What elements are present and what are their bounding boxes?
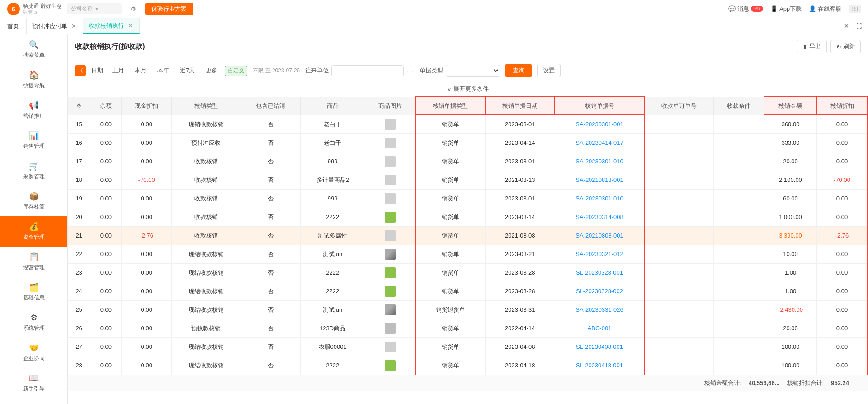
cell-cancel-bill-type: 销货单: [415, 152, 485, 171]
settings-button[interactable]: 设置: [537, 64, 561, 77]
single-type-label: 单据类型: [420, 67, 443, 75]
cell-cancel-bill-date: 2023-03-28: [485, 282, 555, 300]
bill-no-link[interactable]: SA-20230301-010: [576, 195, 623, 202]
bill-no-link[interactable]: SA-20230301-010: [576, 158, 623, 165]
table-row: 22 0.00 0.00 现结收款核销 否 测试jun 销货单 2023-03-…: [68, 245, 868, 263]
settings-icon[interactable]: ⚙: [127, 3, 140, 15]
cell-receipt-order: [644, 189, 713, 208]
bill-no-link[interactable]: ABC-001: [588, 325, 612, 332]
date-more[interactable]: 更多: [202, 66, 221, 76]
cell-cancel-amount: 20.00: [764, 152, 816, 171]
tab-prepay[interactable]: 预付冲应付单 ✕: [27, 18, 83, 34]
bill-no-link[interactable]: SA-20230301-001: [576, 121, 623, 128]
bill-no-link[interactable]: SA-20210808-001: [576, 232, 623, 239]
bill-no-link[interactable]: SL-20230418-001: [576, 362, 623, 369]
sidebar-item-sales[interactable]: 📊 销售管理: [0, 125, 67, 156]
cell-cancel-bill-date: 2023-03-01: [485, 152, 555, 171]
sidebar-item-collab[interactable]: 🤝 企业协同: [0, 337, 67, 368]
cell-cancel-bill-no: SL-20230418-001: [555, 356, 644, 375]
company-selector[interactable]: 公司名称 ▼: [67, 3, 122, 14]
cell-cancel-bill-no: SA-20230301-010: [555, 152, 644, 171]
cell-product: 2222: [300, 263, 365, 282]
single-type-select[interactable]: [446, 65, 500, 77]
cell-receipt-order: [644, 300, 713, 319]
online-service-link[interactable]: 👤 在线客服: [809, 5, 841, 13]
query-button[interactable]: 查询: [505, 64, 532, 77]
date-this-month[interactable]: 本月: [131, 66, 150, 76]
tab-maximize[interactable]: ⛶: [854, 21, 864, 32]
sidebar-item-finance[interactable]: 💰 资金管理: [0, 216, 67, 247]
notification-bell[interactable]: 💬 消息 99+: [728, 5, 763, 13]
refresh-button[interactable]: ↻ 刷新: [830, 40, 861, 53]
tab-cancel[interactable]: 收款核销执行 ✕: [83, 18, 140, 34]
cell-cancel-bill-date: 2023-03-28: [485, 263, 555, 282]
date-custom[interactable]: 自定义: [225, 66, 247, 76]
date-7days[interactable]: 近7天: [176, 66, 198, 76]
cell-cancel-bill-type: 销货单: [415, 319, 485, 337]
date-prev-month[interactable]: 上月: [108, 66, 127, 76]
col-header-receipt-condition: 收款条件: [713, 97, 764, 115]
sidebar-item-hardware[interactable]: 🖥️ 智能硬件: [0, 398, 67, 404]
sidebar-item-inventory[interactable]: 📦 库存核算: [0, 186, 67, 216]
user-name[interactable]: Rit: [849, 5, 861, 13]
tab-prepay-close[interactable]: ✕: [70, 23, 77, 30]
sidebar-item-basic[interactable]: 🗂️ 基础信息: [0, 277, 67, 307]
cell-cancel-amount: 10.00: [764, 245, 816, 263]
expand-conditions-button[interactable]: ∨ 展开更多条件: [447, 85, 489, 93]
industry-button[interactable]: 休验行业方案: [145, 3, 193, 15]
marketing-icon: 📢: [29, 100, 39, 110]
cell-cancel-bill-no: SA-20230301-001: [555, 115, 644, 133]
bill-no-link[interactable]: SL-20230408-001: [576, 343, 623, 350]
col-header-cancel-bill-type: 核销单据类型: [415, 97, 485, 115]
bill-no-link[interactable]: SL-20230328-002: [576, 288, 623, 295]
cell-cancel-discount: 0.00: [816, 208, 868, 226]
bill-no-link[interactable]: SA-20210813-001: [576, 176, 623, 183]
filter-collapse-button[interactable]: 《: [75, 65, 86, 76]
cell-cancel-amount: 100.00: [764, 337, 816, 356]
cell-cash-discount: 0.00: [122, 133, 172, 152]
single-type-filter: 单据类型: [420, 65, 500, 77]
sidebar-item-search[interactable]: 🔍 搜索菜单: [0, 34, 67, 65]
cell-included-cleared: 否: [241, 152, 300, 171]
cell-cancel-bill-date: 2023-04-18: [485, 356, 555, 375]
sidebar-item-nav[interactable]: 🏠 快捷导航: [0, 65, 67, 95]
table-area[interactable]: ⚙ 余额 现金折扣 核销类型 包含已结清 商品 商品图片 核销单据类型 核销单据…: [68, 96, 868, 404]
cell-idx: 16: [68, 133, 90, 152]
col-header-included-cleared: 包含已结清: [241, 97, 300, 115]
home-icon: 🏠: [29, 70, 39, 80]
notification-badge: 99+: [751, 6, 763, 12]
bill-no-link[interactable]: SL-20230328-001: [576, 269, 623, 276]
export-button[interactable]: ⬆ 导出: [797, 40, 827, 53]
sidebar-item-management[interactable]: 📋 经营管理: [0, 247, 67, 277]
bill-no-link[interactable]: SA-20230331-026: [576, 306, 623, 313]
tab-home[interactable]: 首页: [0, 18, 27, 34]
cell-cancel-discount: 0.00: [816, 282, 868, 300]
cell-cancel-discount: 0.00: [816, 245, 868, 263]
cell-balance: 0.00: [90, 189, 122, 208]
counterpart-input[interactable]: [331, 65, 404, 76]
sidebar-item-guide[interactable]: 📖 新手引导: [0, 368, 67, 398]
cell-idx: 25: [68, 300, 90, 319]
table-body: 15 0.00 0.00 现销收款核销 否 老白干 销货单 2023-03-01…: [68, 115, 868, 375]
bill-no-link[interactable]: SA-20230314-008: [576, 214, 623, 220]
cell-cancel-bill-date: 2023-03-31: [485, 300, 555, 319]
bill-no-link[interactable]: SA-20230414-017: [576, 139, 623, 146]
sidebar-item-marketing[interactable]: 📢 营销推广: [0, 95, 67, 125]
bill-no-link[interactable]: SA-20230321-012: [576, 251, 623, 257]
app-download-link[interactable]: 📱 App下载: [770, 5, 802, 13]
cell-cancel-bill-date: 2021-08-13: [485, 171, 555, 189]
table-row: 20 0.00 0.00 收款核销 否 2222 销货单 2023-03-14 …: [68, 208, 868, 226]
expand-conditions-bar: ∨ 展开更多条件: [68, 82, 868, 96]
cell-product: 2222: [300, 208, 365, 226]
counterpart-filter: 往来单位 ···: [305, 65, 414, 76]
basic-icon: 🗂️: [29, 282, 39, 292]
sidebar-item-purchase[interactable]: 🛒 采购管理: [0, 156, 67, 186]
page-actions: ⬆ 导出 ↻ 刷新: [797, 40, 861, 53]
sidebar-item-system[interactable]: ⚙ 系统管理: [0, 307, 67, 337]
tab-cancel-close[interactable]: ✕: [127, 22, 134, 29]
cell-cancel-type: 现销收款核销: [172, 115, 241, 133]
date-this-year[interactable]: 本年: [154, 66, 173, 76]
cell-cancel-discount: 0.00: [816, 263, 868, 282]
tab-close-all[interactable]: ✕: [841, 21, 852, 32]
cell-receipt-condition: [713, 337, 764, 356]
